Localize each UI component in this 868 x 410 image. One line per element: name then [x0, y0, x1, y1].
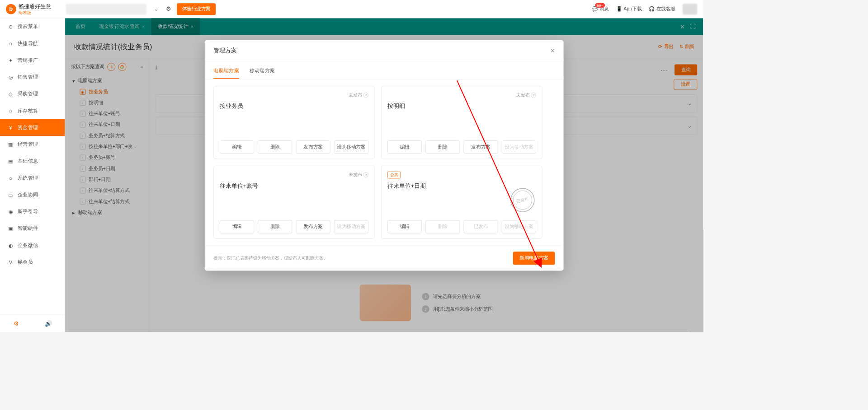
modal-footer-hint: 提示：仅汇总表支持设为移动方案，仅发布人可删除方案。 — [213, 255, 328, 261]
org-selector-blurred[interactable] — [66, 4, 146, 14]
published-stamp: 已发布 — [508, 186, 537, 214]
sidebar-label: 畅会员 — [18, 259, 33, 266]
headset-icon: 🎧 — [649, 6, 655, 12]
sidebar-icon: ▤ — [7, 158, 14, 165]
sidebar-label: 经营管理 — [18, 141, 38, 148]
sidebar-item-3[interactable]: ◎销售管理 — [0, 69, 65, 85]
sidebar-label: 新手引导 — [18, 209, 38, 215]
modal-tab-mobile[interactable]: 移动端方案 — [250, 67, 275, 79]
sidebar-label: 智能硬件 — [18, 225, 38, 232]
card-btn-发布方案[interactable]: 发布方案 — [463, 140, 498, 154]
sidebar-label: 基础信息 — [18, 158, 38, 165]
info-icon[interactable]: ? — [363, 172, 368, 177]
sidebar-item-14[interactable]: V畅会员 — [0, 254, 65, 270]
sidebar-footer: ⚙ 🔊 — [0, 315, 65, 332]
sidebar: ⊙搜索菜单⌂快捷导航✦营销推广◎销售管理◇采购管理⌂库存核算¥资金管理▦经营管理… — [0, 19, 65, 332]
card-btn-编辑[interactable]: 编辑 — [387, 140, 422, 154]
logo-icon: b — [6, 4, 16, 14]
sidebar-icon: ▦ — [7, 141, 14, 148]
card-btn-删除[interactable]: 删除 — [258, 220, 292, 233]
sidebar-item-7[interactable]: ▦经营管理 — [0, 136, 65, 153]
modal-tab-pc[interactable]: 电脑端方案 — [213, 67, 239, 79]
sidebar-item-13[interactable]: ◐企业微信 — [0, 237, 65, 254]
app-download-link[interactable]: 📱 App下载 — [616, 6, 642, 13]
card-btn-编辑[interactable]: 编辑 — [220, 220, 254, 233]
card-btn-设为移动方案: 设为移动方案 — [502, 220, 536, 233]
sidebar-item-6[interactable]: ¥资金管理 — [0, 119, 65, 136]
sidebar-icon: ⌂ — [7, 107, 14, 114]
info-icon[interactable]: ? — [363, 93, 368, 98]
sidebar-item-2[interactable]: ✦营销推广 — [0, 52, 65, 69]
card-btn-发布方案[interactable]: 发布方案 — [296, 140, 330, 154]
sidebar-item-0[interactable]: ⊙搜索菜单 — [0, 19, 65, 35]
logo-sub: 标准版 — [19, 9, 51, 15]
card-btn-发布方案[interactable]: 发布方案 — [296, 220, 330, 233]
sidebar-item-12[interactable]: ▣智能硬件 — [0, 220, 65, 237]
card-btn-设为移动方案: 设为移动方案 — [502, 140, 536, 154]
support-link[interactable]: 🎧 在线客服 — [649, 6, 675, 13]
card-btn-删除[interactable]: 删除 — [425, 140, 460, 154]
sidebar-label: 系统管理 — [18, 175, 38, 182]
sidebar-icon: ¥ — [7, 124, 14, 131]
card-btn-已发布: 已发布 — [463, 220, 498, 233]
topbar-right: 💬 消息 99+ 📱 App下载 🎧 在线客服 — [592, 4, 698, 14]
sidebar-label: 搜索菜单 — [18, 23, 38, 30]
sidebar-label: 企业微信 — [18, 242, 38, 249]
sidebar-label: 采购管理 — [18, 91, 38, 98]
sidebar-item-10[interactable]: ▭企业协同 — [0, 186, 65, 203]
support-label: 在线客服 — [656, 6, 675, 13]
card-btn-编辑[interactable]: 编辑 — [220, 140, 254, 154]
sidebar-icon: ✦ — [7, 57, 14, 64]
scheme-card-0: 未发布 ?按业务员编辑删除发布方案设为移动方案 — [213, 86, 374, 159]
sidebar-label: 资金管理 — [18, 124, 38, 131]
scheme-card-3: 公共往来单位+日期已发布编辑删除已发布设为移动方案 — [381, 166, 542, 239]
messages-badge: 99+ — [595, 3, 605, 8]
sidebar-icon: ◎ — [7, 74, 14, 81]
logo-text: 畅捷通好生意 — [19, 3, 52, 9]
unpublished-label: 未发布 ? — [349, 172, 368, 178]
unpublished-label: 未发布 ? — [516, 92, 536, 98]
modal-title: 管理方案 — [213, 47, 237, 55]
gear-icon[interactable]: ⚙ — [166, 5, 171, 12]
experience-button[interactable]: 体验行业方案 — [177, 3, 216, 15]
manage-scheme-modal: 管理方案 ✕ 电脑端方案 移动端方案 未发布 ?按业务员编辑删除发布方案设为移动… — [205, 40, 564, 270]
card-title: 往来单位+日期 — [387, 182, 536, 190]
public-tag: 公共 — [387, 171, 401, 178]
card-btn-设为移动方案[interactable]: 设为移动方案 — [334, 140, 368, 154]
user-avatar-blurred[interactable] — [683, 4, 697, 14]
sidebar-footer-gear[interactable]: ⚙ — [0, 315, 33, 332]
sidebar-item-8[interactable]: ▤基础信息 — [0, 153, 65, 170]
logo: b 畅捷通好生意 标准版 — [6, 3, 51, 15]
card-btn-设为移动方案: 设为移动方案 — [334, 220, 368, 233]
sidebar-icon: ◐ — [7, 242, 14, 249]
sidebar-icon: ▣ — [7, 225, 14, 232]
add-pc-scheme-button[interactable]: 新增电脑方案 — [513, 252, 555, 265]
info-icon[interactable]: ? — [531, 93, 536, 98]
topbar: b 畅捷通好生意 标准版 ⌄ ⚙ 体验行业方案 💬 消息 99+ 📱 App下载… — [0, 0, 703, 19]
chevron-down-icon[interactable]: ⌄ — [154, 5, 159, 12]
sidebar-label: 快捷导航 — [18, 40, 38, 47]
modal-overlay: 管理方案 ✕ 电脑端方案 移动端方案 未发布 ?按业务员编辑删除发布方案设为移动… — [65, 19, 703, 332]
sidebar-icon: ◉ — [7, 209, 14, 215]
sidebar-icon: ◇ — [7, 91, 14, 98]
messages-link[interactable]: 💬 消息 99+ — [592, 6, 609, 13]
sidebar-footer-sound[interactable]: 🔊 — [33, 315, 65, 332]
sidebar-item-11[interactable]: ◉新手引导 — [0, 203, 65, 220]
sidebar-icon: ○ — [7, 175, 14, 182]
card-btn-删除: 删除 — [425, 220, 460, 233]
card-btn-删除[interactable]: 删除 — [258, 140, 292, 154]
phone-icon: 📱 — [616, 6, 622, 12]
sidebar-icon: ⌂ — [7, 40, 14, 47]
main-area: 首页现金银行流水查询×收款情况统计× ✕ ⛶ 收款情况统计(按业务员) ⟳ 导出… — [65, 19, 703, 332]
sidebar-item-9[interactable]: ○系统管理 — [0, 170, 65, 186]
sidebar-label: 销售管理 — [18, 74, 38, 81]
close-icon[interactable]: ✕ — [550, 47, 555, 54]
sidebar-item-5[interactable]: ⌂库存核算 — [0, 102, 65, 119]
sidebar-label: 营销推广 — [18, 57, 38, 64]
sidebar-item-1[interactable]: ⌂快捷导航 — [0, 35, 65, 52]
card-btn-编辑[interactable]: 编辑 — [387, 220, 422, 233]
sidebar-item-4[interactable]: ◇采购管理 — [0, 86, 65, 102]
card-title: 按明细 — [387, 102, 536, 110]
sidebar-icon: ▭ — [7, 191, 14, 198]
scheme-card-2: 未发布 ?往来单位+账号编辑删除发布方案设为移动方案 — [213, 166, 374, 239]
